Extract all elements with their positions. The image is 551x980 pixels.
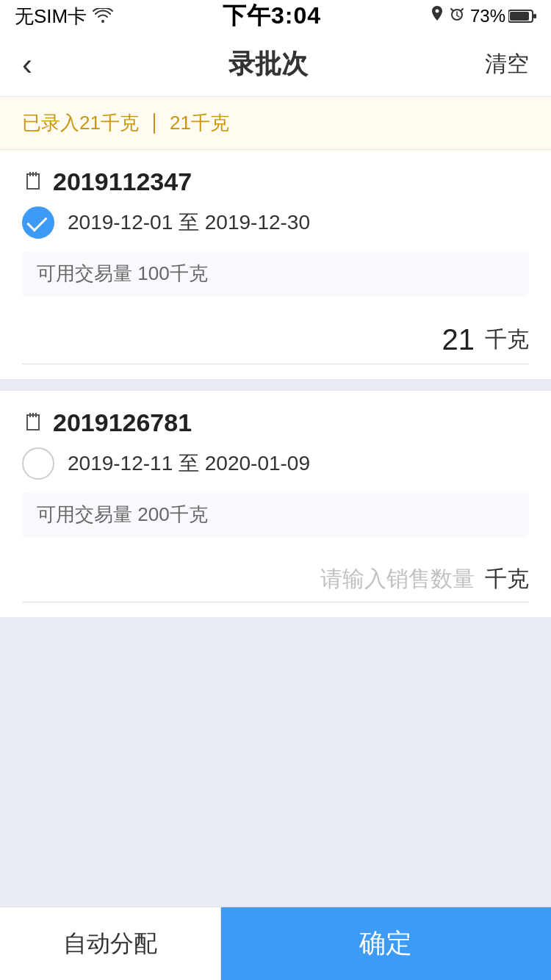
amount-unit-2: 千克 (485, 564, 529, 594)
batch-no-2: 2019126781 (53, 408, 192, 437)
recorded-label: 已录入21千克 (22, 110, 139, 136)
date-range-1: 2019-12-01 至 2019-12-30 (68, 209, 310, 237)
amount-placeholder-2: 请输入销售数量 (22, 564, 475, 594)
carrier-text: 无SIM卡 (15, 4, 87, 29)
svg-rect-3 (533, 14, 536, 18)
batch-header-2: 🗒 2019126781 (22, 408, 529, 437)
info-banner: 已录入21千克 21千克 (0, 97, 551, 150)
available-box-1: 可用交易量 100千克 (22, 251, 529, 297)
info-divider (154, 113, 155, 134)
status-right: 73% (431, 6, 536, 26)
location-icon (431, 6, 444, 26)
recorded-value: 21千克 (170, 110, 229, 136)
battery-percent: 73% (470, 6, 505, 26)
date-row-1[interactable]: 2019-12-01 至 2019-12-30 (22, 206, 529, 239)
status-left: 无SIM卡 (15, 4, 113, 29)
date-row-2[interactable]: 2019-12-11 至 2020-01-09 (22, 447, 529, 480)
status-time: 下午3:04 (223, 0, 321, 32)
date-range-2: 2019-12-11 至 2020-01-09 (68, 450, 310, 478)
back-button[interactable]: ‹ (22, 47, 66, 82)
svg-rect-2 (510, 12, 529, 21)
clear-button[interactable]: 清空 (470, 49, 529, 79)
confirm-button[interactable]: 确定 (221, 907, 551, 980)
available-box-2: 可用交易量 200千克 (22, 491, 529, 538)
battery-display: 73% (470, 6, 536, 26)
auto-distribute-button[interactable]: 自动分配 (0, 907, 221, 980)
doc-icon-1: 🗒 (22, 168, 46, 195)
batch-no-1: 2019112347 (53, 167, 192, 196)
batch-card-1: 🗒 2019112347 2019-12-01 至 2019-12-30 可用交… (0, 150, 551, 379)
section-separator (0, 379, 551, 391)
amount-row-1: 千克 (0, 311, 551, 364)
footer: 自动分配 确定 (0, 907, 551, 980)
wifi-icon (93, 5, 113, 28)
page-title: 录批次 (228, 46, 308, 82)
bottom-area (0, 617, 551, 948)
amount-row-2: 请输入销售数量 千克 (0, 552, 551, 602)
nav-bar: ‹ 录批次 清空 (0, 32, 551, 97)
amount-input-1[interactable] (386, 323, 475, 356)
batch-card-2: 🗒 2019126781 2019-12-11 至 2020-01-09 可用交… (0, 391, 551, 617)
batch-header-1: 🗒 2019112347 (22, 167, 529, 196)
radio-selected-1[interactable] (22, 206, 54, 239)
radio-unselected-2[interactable] (22, 447, 54, 480)
alarm-icon (450, 6, 464, 26)
doc-icon-2: 🗒 (22, 409, 46, 436)
amount-unit-1: 千克 (485, 325, 529, 355)
status-bar: 无SIM卡 下午3:04 (0, 0, 551, 32)
